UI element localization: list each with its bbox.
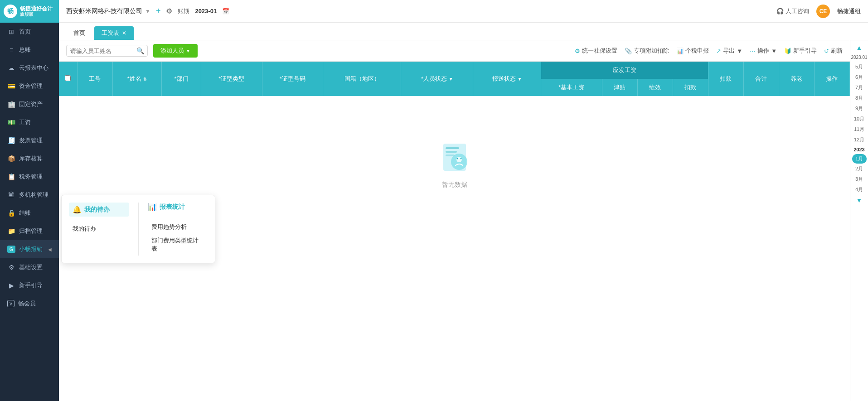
special-deduct-icon: 📎 (625, 48, 632, 54)
popup-item-my-todo[interactable]: 我的待办 (69, 222, 129, 236)
timeline-month-3[interactable]: 3月 (850, 174, 868, 184)
svg-point-5 (456, 157, 462, 162)
th-total: 合计 (743, 62, 779, 96)
sort-name-icon[interactable]: ⇅ (143, 77, 147, 82)
timeline-month-6[interactable]: 6月 (850, 72, 868, 82)
timeline-month-8[interactable]: 8月 (850, 93, 868, 103)
filter-personnel-icon[interactable]: ▼ (449, 77, 453, 82)
timeline-year-2023: 2023 (853, 145, 865, 154)
salary-table: 工号 *姓名 ⇅ *部门 *证型类型 (59, 62, 850, 96)
tab-close-icon[interactable]: ✕ (122, 30, 126, 36)
timeline-month-7[interactable]: 7月 (850, 82, 868, 93)
sidebar-item-fixed-assets[interactable]: 🏢 固定资产 (0, 95, 59, 113)
inventory-icon: 📦 (7, 155, 15, 162)
svg-rect-2 (446, 151, 457, 153)
timeline-down-nav[interactable]: ▼ (854, 195, 864, 206)
sidebar-item-ledger[interactable]: ≡ 总账 (0, 41, 59, 59)
search-box: 🔍 (66, 45, 148, 57)
social-security-icon: ⚙ (575, 48, 580, 54)
social-security-action[interactable]: ⚙ 统一社保设置 (575, 47, 617, 55)
sidebar-item-multi-org[interactable]: 🏛 多机构管理 (0, 186, 59, 204)
timeline-month-9[interactable]: 9月 (850, 103, 868, 114)
sidebar-item-home[interactable]: ⊞ 首页 (0, 23, 59, 41)
avatar: CE (816, 5, 830, 18)
new-guide-action[interactable]: 🔰 新手引导 (784, 47, 817, 55)
tab-home[interactable]: 首页 (66, 26, 92, 40)
empty-illustration (436, 139, 473, 175)
sidebar-item-inventory[interactable]: 📦 库存核算 (0, 150, 59, 168)
th-operation: 操作 (814, 62, 849, 96)
sidebar: 畅 畅捷通好会计 旗舰版 ⊞ 首页 ≡ 总账 ☁ 云报表中心 💳 资金管理 🏢 … (0, 0, 59, 401)
sidebar-item-new-guide[interactable]: ▶ 新手引导 (0, 276, 59, 295)
sidebar-item-close[interactable]: 🔒 结账 (0, 204, 59, 222)
timeline-month-11[interactable]: 11月 (850, 124, 868, 135)
sidebar-item-xiaochang[interactable]: G 小畅报销 ◀ (0, 240, 59, 258)
add-person-button[interactable]: 添加人员 ▼ (153, 44, 198, 58)
toolbar: 🔍 添加人员 ▼ ⚙ 统一社保设置 📎 专项附加扣除 (59, 40, 850, 62)
username[interactable]: 畅捷通组 (837, 7, 861, 15)
tax-icon: 📋 (7, 173, 15, 180)
sidebar-item-tax[interactable]: 📋 税务管理 (0, 168, 59, 186)
timeline-month-4[interactable]: 4月 (850, 184, 868, 195)
tab-salary-table[interactable]: 工资表 ✕ (94, 26, 134, 40)
popup-section: 🔔 我的待办 我的待办 📊 报表统计 费用趋势分析 部门费用类型统计表 (69, 203, 208, 256)
period-label: 账期 (178, 7, 189, 15)
company-selector[interactable]: 西安虾米网络科技有限公司 ▼ (66, 7, 150, 15)
sidebar-item-fund[interactable]: 💳 资金管理 (0, 77, 59, 95)
archive-icon: 📁 (7, 227, 15, 235)
sidebar-menu: ⊞ 首页 ≡ 总账 ☁ 云报表中心 💳 资金管理 🏢 固定资产 💵 工资 🧾 发… (0, 23, 59, 401)
th-report-status: 报送状态 ▼ (473, 62, 541, 96)
settings-gear-icon[interactable]: ⚙ (166, 7, 172, 15)
timeline-month-12[interactable]: 12月 (850, 135, 868, 145)
sidebar-item-cloud-report[interactable]: ☁ 云报表中心 (0, 59, 59, 77)
timeline-period-2023-01[interactable]: 2023.01 (850, 53, 868, 62)
sidebar-item-invoice[interactable]: 🧾 发票管理 (0, 131, 59, 150)
special-deduct-action[interactable]: 📎 专项附加扣除 (625, 47, 669, 55)
timeline-month-2[interactable]: 2月 (850, 164, 868, 174)
toolbar-actions: ⚙ 统一社保设置 📎 专项附加扣除 📊 个税申报 ↗ 导出 ▼ (575, 47, 843, 55)
add-person-dropdown-icon: ▼ (186, 48, 190, 53)
timeline-month-5[interactable]: 5月 (850, 62, 868, 72)
svg-point-6 (456, 158, 458, 159)
settings-icon: ⚙ (7, 264, 15, 271)
app-logo: 畅 畅捷通好会计 旗舰版 (0, 0, 59, 23)
th-bonus: 津贴 (602, 79, 637, 96)
th-dept: *部门 (161, 62, 201, 96)
member-icon: V (7, 300, 15, 307)
timeline-month-1-active[interactable]: 1月 (852, 154, 867, 164)
popup-todo-header: 🔔 我的待办 (69, 203, 129, 217)
cloud-icon: ☁ (7, 64, 15, 72)
popup-item-dept-cost[interactable]: 部门费用类型统计表 (148, 234, 208, 256)
add-company-button[interactable]: + (156, 6, 161, 16)
refresh-action[interactable]: ↺ 刷新 (824, 47, 843, 55)
search-input[interactable] (70, 48, 134, 54)
th-base-salary: *基本工资 (541, 79, 602, 96)
timeline-month-10[interactable]: 10月 (850, 114, 868, 124)
filter-report-icon[interactable]: ▼ (518, 77, 522, 82)
th-checkbox (59, 62, 77, 96)
operation-icon: ⋯ (750, 48, 756, 54)
timeline-up-nav[interactable]: ▲ (854, 42, 864, 53)
popup-item-cost-trend[interactable]: 费用趋势分析 (148, 220, 208, 234)
operation-action[interactable]: ⋯ 操作 ▼ (750, 47, 777, 55)
period-value: 2023-01 (195, 8, 217, 14)
sidebar-collapse-icon: ◀ (48, 247, 52, 252)
th-id: 工号 (77, 62, 112, 96)
tab-bar: 首页 工资表 ✕ (59, 23, 868, 40)
close-account-icon: 🔒 (7, 209, 15, 217)
th-nationality: 国籍（地区） (323, 62, 401, 96)
sidebar-item-basic-settings[interactable]: ⚙ 基础设置 (0, 258, 59, 276)
sidebar-item-member[interactable]: V 畅会员 (0, 295, 59, 313)
service-button[interactable]: 🎧 人工咨询 (776, 7, 809, 15)
popup-col-todo: 🔔 我的待办 我的待办 (69, 203, 129, 256)
popup-col-report: 📊 报表统计 费用趋势分析 部门费用类型统计表 (148, 203, 208, 256)
export-action[interactable]: ↗ 导出 ▼ (716, 47, 742, 55)
sidebar-item-archive[interactable]: 📁 归档管理 (0, 222, 59, 240)
sidebar-item-salary[interactable]: 💵 工资 (0, 113, 59, 131)
operation-dropdown-icon: ▼ (771, 48, 777, 54)
company-dropdown-icon: ▼ (145, 8, 150, 14)
th-deduct2: 扣款 (673, 79, 708, 96)
select-all-checkbox[interactable] (65, 75, 71, 81)
personal-tax-action[interactable]: 📊 个税申报 (676, 47, 709, 55)
calendar-icon[interactable]: 📅 (222, 8, 229, 14)
